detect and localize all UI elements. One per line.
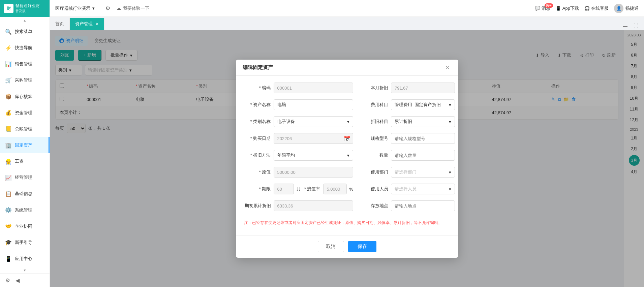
sidebar-item-sales[interactable]: 📊 销售管理 [0, 56, 50, 72]
online-service-btn[interactable]: 🎧 在线客服 [584, 5, 609, 11]
sidebar-item-system[interactable]: ⚙️ 系统管理 [0, 202, 50, 218]
sidebar-item-guide[interactable]: 🎓 新手引导 [0, 234, 50, 251]
category-select[interactable]: 电子设备 ▾ [274, 116, 354, 127]
assets-icon: 🏢 [5, 142, 11, 148]
sidebar-nav: 🔍 搜索菜单 ⚡ 快捷导航 📊 销售管理 🛒 采购管理 📦 库存核算 💰 资金管… [0, 24, 50, 267]
content-area: ▣ 资产明细 变更生成凭证 刘账 + 新增 批量操作 ▾ ⬇ 导入 [50, 30, 644, 287]
feedback-btn[interactable]: ☁ 我要体验一下 [117, 5, 149, 11]
sidebar-bottom: ⚙ ◀ [0, 274, 50, 287]
person-select[interactable]: 请选择人员 ▾ [391, 184, 455, 194]
sidebar-item-inventory-label: 库存核算 [15, 94, 32, 100]
tabbar: 首页 资产管理 ✕ — ⛶ [50, 17, 644, 30]
modal-close-btn[interactable]: ✕ [443, 64, 452, 72]
finance-icon: 💰 [5, 110, 11, 116]
sidebar-item-guide-label: 新手引导 [15, 240, 32, 246]
dept-select[interactable]: 请选择部门 ▾ [391, 167, 455, 178]
user-menu[interactable]: 👤 畅捷通 [614, 4, 639, 13]
sidebar-item-operations[interactable]: 📈 经营管理 [0, 169, 50, 186]
category-label: * 类别名称 [244, 119, 271, 125]
tab-minimize-btn[interactable]: — [621, 22, 629, 30]
guide-icon: 🎓 [5, 240, 11, 246]
dep-subject-value: 累计折旧 [395, 119, 412, 125]
original-value-input[interactable] [274, 167, 354, 178]
period-input[interactable] [274, 184, 294, 194]
sidebar-item-inventory[interactable]: 📦 库存核算 [0, 89, 50, 105]
tab-asset-management[interactable]: 资产管理 ✕ [70, 18, 104, 30]
form-row-purchase-date: * 购买日期 📅 [244, 133, 354, 144]
residual-rate-input[interactable] [323, 184, 347, 194]
residual-rate-unit: % [349, 187, 354, 192]
sidebar-item-finance[interactable]: 💰 资金管理 [0, 105, 50, 121]
base-icon: 📋 [5, 191, 11, 197]
message-badge: 99+ [545, 3, 553, 8]
dept-label: 使用部门 [361, 169, 388, 175]
quantity-label: 数量 [361, 152, 388, 158]
modal-overlay: 编辑固定资产 ✕ * 编码 * 资产名称 [50, 30, 644, 287]
code-input[interactable] [274, 83, 354, 93]
sidebar-item-ledger[interactable]: 📒 总账管理 [0, 121, 50, 137]
tab-close-btn[interactable]: ✕ [95, 22, 99, 26]
spec-input[interactable] [391, 133, 455, 144]
dep-method-select[interactable]: 年限平均 ▾ [274, 150, 354, 161]
calendar-icon[interactable]: 📅 [344, 135, 350, 142]
sidebar-item-purchase-label: 采购管理 [15, 77, 32, 83]
sidebar-item-cooperation[interactable]: 🤝 企业协同 [0, 218, 50, 234]
dep-subject-select[interactable]: 累计折旧 ▾ [391, 116, 455, 127]
sidebar-scroll-up[interactable]: ▲ [0, 17, 50, 24]
form-row-person: 使用人员 请选择人员 ▾ [361, 184, 455, 194]
save-button[interactable]: 保存 [348, 241, 376, 252]
sidebar-item-payroll-label: 工资 [15, 158, 24, 164]
tab-asset-management-label: 资产管理 [75, 21, 93, 27]
tab-home[interactable]: 首页 [50, 18, 70, 30]
form-row-quantity: 数量 [361, 150, 455, 161]
category-select-arrow: ▾ [347, 119, 349, 124]
message-btn[interactable]: 💬 消息 99+ [535, 5, 550, 11]
topbar-settings-btn[interactable]: ⚙ [103, 4, 113, 13]
appcenter-icon: 📱 [5, 256, 11, 262]
sidebar-logo: 财 畅捷通好业财 普及版 [0, 0, 50, 17]
original-value-label: * 原值 [244, 169, 271, 175]
sidebar-scroll-down[interactable]: ▼ [0, 267, 50, 274]
sidebar-item-search[interactable]: 🔍 搜索菜单 [0, 24, 50, 40]
sidebar-item-base[interactable]: 📋 基础信息 [0, 186, 50, 202]
purchase-date-input[interactable] [274, 133, 354, 144]
edit-asset-modal: 编辑固定资产 ✕ * 编码 * 资产名称 [236, 60, 458, 258]
location-input[interactable] [391, 200, 455, 211]
spec-label: 规格型号 [361, 135, 388, 141]
modal-left-col: * 编码 * 资产名称 * 类别名称 电子设备 [244, 83, 354, 217]
collapse-icon[interactable]: ◀ [16, 277, 20, 284]
mobile-icon: 📱 [556, 6, 561, 11]
dept-arrow: ▾ [449, 170, 451, 175]
sidebar-item-operations-label: 经营管理 [15, 174, 32, 181]
sidebar-item-payroll[interactable]: 👷 工资 [0, 153, 50, 169]
quantity-input[interactable] [391, 150, 455, 161]
sidebar-item-assets[interactable]: 🏢 固定资产 [0, 137, 50, 153]
form-row-code: * 编码 [244, 83, 354, 93]
company-selector[interactable]: 医疗器械行业演示 ▾ [55, 5, 95, 11]
sidebar-item-quicknav[interactable]: ⚡ 快捷导航 [0, 40, 50, 56]
initial-dep-input[interactable] [274, 200, 354, 211]
company-dropdown-icon: ▾ [92, 6, 95, 11]
topbar: 医疗器械行业演示 ▾ ⚙ ☁ 我要体验一下 💬 消息 99+ 📱 App下载 🎧… [50, 0, 644, 17]
settings-icon[interactable]: ⚙ [5, 277, 10, 284]
name-input[interactable] [274, 99, 354, 110]
expense-subject-select[interactable]: 管理费用_固定资产折旧 ▾ [391, 99, 455, 110]
app-name: 畅捷通好业财 [16, 3, 40, 9]
app-download-label: App下载 [562, 5, 579, 11]
form-row-expense-subject: 费用科目 管理费用_固定资产折旧 ▾ [361, 99, 455, 110]
sidebar-item-appcenter[interactable]: 📱 应用中心 [0, 251, 50, 267]
modal-right-col: 本月折旧 费用科目 管理费用_固定资产折旧 ▾ [361, 83, 455, 217]
form-row-dept: 使用部门 请选择部门 ▾ [361, 167, 455, 178]
purchase-date-label: * 购买日期 [244, 135, 271, 141]
period-unit: 月 [297, 186, 301, 192]
logo-icon: 财 [4, 4, 13, 13]
company-name: 医疗器械行业演示 [55, 5, 90, 11]
dep-subject-arrow: ▾ [449, 119, 451, 124]
tabbar-controls: — ⛶ [617, 22, 644, 30]
tab-maximize-btn[interactable]: ⛶ [632, 22, 640, 30]
cancel-button[interactable]: 取消 [318, 241, 344, 252]
form-row-period: * 期限 月 * 残值率 % [244, 184, 354, 194]
sidebar-item-purchase[interactable]: 🛒 采购管理 [0, 72, 50, 88]
app-download-btn[interactable]: 📱 App下载 [556, 5, 579, 11]
message-icon: 💬 [535, 6, 540, 11]
